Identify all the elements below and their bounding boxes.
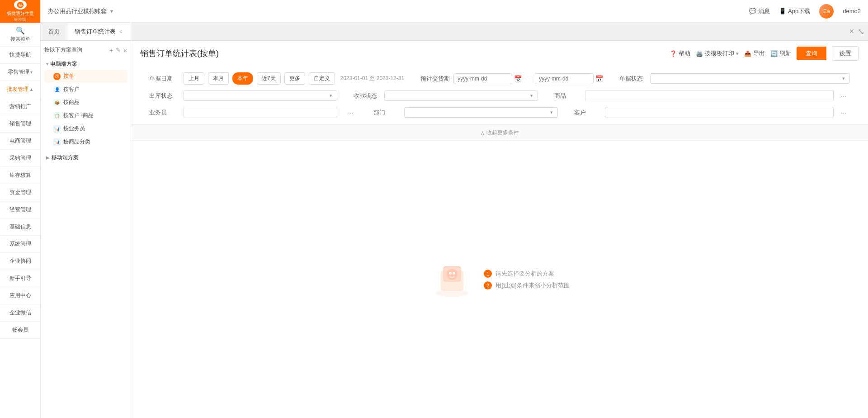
expected-date-to-input[interactable]	[535, 73, 594, 84]
date-btn-custom[interactable]: 自定义	[309, 72, 335, 85]
goods-text-input[interactable]	[590, 92, 829, 99]
sidebar-item-search[interactable]: 🔍 搜索菜单	[0, 23, 40, 47]
date-btn-last-month[interactable]: 上月	[184, 72, 204, 85]
svg-point-7	[453, 272, 455, 275]
customer-text-input[interactable]	[610, 109, 829, 116]
date-btn-7days[interactable]: 近7天	[257, 72, 281, 85]
scheme-item-by-goods[interactable]: 📦 按商品	[44, 96, 127, 109]
date-btn-more[interactable]: 更多	[284, 72, 305, 85]
left-panel-icons: + ✎ «	[109, 47, 127, 54]
tab-sales-stats-label: 销售订单统计表	[75, 28, 116, 36]
sidebar-item-inventory[interactable]: 库存核算	[0, 167, 40, 184]
dept-select[interactable]: ▾	[404, 107, 558, 118]
desktop-scheme-label: 电脑端方案	[50, 60, 77, 68]
date-range-text: 2023-01-01 至 2023-12-31	[340, 75, 404, 82]
mobile-scheme-title[interactable]: ▶ 移动端方案	[44, 152, 127, 163]
status-select[interactable]: ▾	[650, 73, 850, 84]
sidebar-item-marketing[interactable]: 营销推广	[0, 98, 40, 115]
status-label: 单据状态	[619, 75, 646, 83]
scheme-by-customer-goods-icon: 📋	[53, 112, 61, 119]
svg-text:畅: 畅	[18, 3, 22, 7]
refresh-button[interactable]: 🔄 刷新	[770, 49, 791, 57]
empty-illustration	[429, 257, 475, 302]
sidebar-item-sales[interactable]: 销售管理	[0, 115, 40, 133]
scheme-by-customer-icon: 👤	[53, 86, 61, 93]
scheme-item-by-salesman[interactable]: 📊 按业务员	[44, 122, 127, 135]
expected-date-from-input[interactable]	[453, 73, 512, 84]
sidebar-item-wholesale[interactable]: 批发管理 ▲	[0, 81, 40, 98]
expected-date-wrap: 预计交货期 📅 — 📅	[420, 73, 603, 84]
sidebar-item-appcenter[interactable]: 应用中心	[0, 287, 40, 304]
payment-select-arrow: ▾	[530, 93, 533, 99]
customer-input[interactable]	[605, 107, 834, 118]
customer-label: 客户	[574, 109, 601, 117]
scheme-by-goods-label: 按商品	[63, 99, 80, 106]
customer-dots[interactable]: ···	[837, 107, 850, 118]
settings-button[interactable]: 设置	[832, 46, 859, 61]
salesman-input[interactable]	[184, 107, 337, 118]
avatar[interactable]: Ea	[819, 4, 834, 19]
salesman-dots[interactable]: ···	[344, 107, 357, 118]
calendar-to-icon[interactable]: 📅	[595, 75, 603, 82]
scheme-item-by-category[interactable]: 📊 按商品分类	[44, 135, 127, 148]
message-button[interactable]: 💬 消息	[749, 7, 770, 15]
tab-close-icon[interactable]: ×	[118, 28, 123, 35]
app-download-button[interactable]: 📱 App下载	[779, 7, 810, 15]
date-label: 单据日期	[149, 75, 176, 83]
goods-dots[interactable]: ···	[837, 90, 850, 101]
collapse-bar[interactable]: ∧ 收起更多条件	[131, 125, 868, 141]
tab-bar: 首页 销售订单统计表 × × ⤡	[41, 23, 868, 41]
tab-expand-icon[interactable]: ⤡	[858, 27, 864, 37]
sidebar-item-purchase[interactable]: 采购管理	[0, 150, 40, 167]
scheme-by-customer-label: 按客户	[63, 86, 80, 93]
goods-input[interactable]	[585, 90, 834, 101]
sidebar-item-finance[interactable]: 资金管理	[0, 184, 40, 201]
main-area: 办公用品行业模拟账套 ▾ 💬 消息 📱 App下载 Ea demo2 首页 销售…	[41, 0, 868, 418]
date-btn-this-month[interactable]: 本月	[208, 72, 229, 85]
status-wrap: 单据状态 ▾	[619, 73, 850, 84]
shipment-select[interactable]: ▾	[184, 90, 337, 101]
calendar-from-icon[interactable]: 📅	[514, 75, 522, 82]
tab-sales-stats[interactable]: 销售订单统计表 ×	[67, 23, 131, 40]
sidebar-wholesale-label: 批发管理	[7, 86, 28, 93]
sidebar-item-member[interactable]: 畅会员	[0, 322, 40, 339]
export-button[interactable]: 📤 导出	[744, 49, 765, 57]
left-panel-title: 按以下方案查询	[44, 46, 82, 54]
scheme-item-by-customer-goods[interactable]: 📋 按客户+商品	[44, 109, 127, 122]
sidebar-item-quicknav[interactable]: 快捷导航	[0, 47, 40, 64]
sidebar-item-system[interactable]: 系统管理	[0, 236, 40, 253]
dept-wrap: 部门 ▾	[373, 107, 558, 118]
filter-area: 单据日期 上月 本月 本年 近7天 更多 自定义 2023-01-01 至 20…	[140, 66, 859, 124]
query-button[interactable]: 查询	[797, 47, 826, 60]
page-header-top: 销售订单统计表(按单) ❓ 帮助 🖨️ 按模板打印 ▾ 📤	[140, 46, 859, 61]
tab-home[interactable]: 首页	[41, 23, 67, 40]
add-scheme-icon[interactable]: +	[109, 47, 113, 54]
payment-select[interactable]: ▾	[384, 90, 538, 101]
dept-select-arrow: ▾	[550, 109, 553, 115]
print-arrow-icon[interactable]: ▾	[736, 51, 739, 57]
scheme-item-by-customer[interactable]: 👤 按客户	[44, 83, 127, 96]
sidebar-item-wechat[interactable]: 企业微信	[0, 304, 40, 322]
title-dropdown-icon[interactable]: ▾	[110, 8, 113, 14]
collapse-panel-icon[interactable]: «	[123, 47, 127, 54]
print-button[interactable]: 🖨️ 按模板打印 ▾	[696, 49, 739, 57]
logo[interactable]: 畅 畅捷通好生意 标准版	[0, 0, 40, 23]
date-btn-this-year[interactable]: 本年	[232, 72, 253, 85]
sidebar-item-enterprise[interactable]: 企业协同	[0, 253, 40, 270]
payment-wrap: 收款状态 ▾	[354, 90, 538, 101]
sidebar-item-newuser[interactable]: 新手引导	[0, 270, 40, 287]
sidebar-item-basics[interactable]: 基础信息	[0, 218, 40, 236]
tab-minimize-icon[interactable]: ×	[849, 27, 854, 36]
help-button[interactable]: ❓ 帮助	[670, 49, 690, 57]
desktop-scheme-title[interactable]: ▾ 电脑端方案	[44, 58, 127, 70]
edit-scheme-icon[interactable]: ✎	[116, 47, 121, 54]
scheme-item-by-order[interactable]: 按 按单	[44, 70, 127, 83]
salesman-text-input[interactable]	[189, 109, 332, 116]
sidebar-item-ecommerce[interactable]: 电商管理	[0, 133, 40, 150]
right-panel: 销售订单统计表(按单) ❓ 帮助 🖨️ 按模板打印 ▾ 📤	[131, 41, 868, 418]
app-label: App下载	[788, 7, 810, 15]
date-filter: 上月 本月 本年 近7天 更多 自定义 2023-01-01 至 2023-12…	[184, 72, 404, 85]
refresh-label: 刷新	[779, 49, 791, 57]
sidebar-item-retail[interactable]: 零售管理 ▾	[0, 64, 40, 81]
sidebar-item-operations[interactable]: 经营管理	[0, 201, 40, 218]
